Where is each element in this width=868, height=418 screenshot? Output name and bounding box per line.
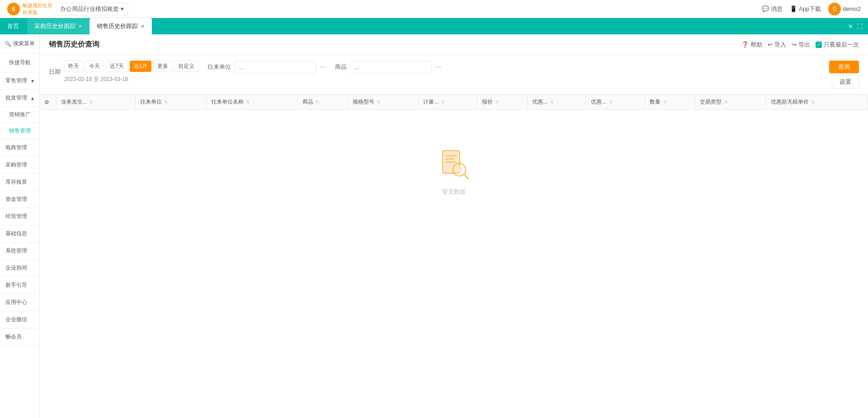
tab-home[interactable]: 首页 bbox=[0, 18, 26, 34]
tab-purchase-label: 采购历史价跟踪 bbox=[34, 22, 75, 30]
empty-text: 暂无数据 bbox=[442, 188, 466, 196]
empty-state: 暂无数据 bbox=[40, 110, 868, 232]
filter-right: 查询 设置 bbox=[829, 61, 859, 89]
page-header: 销售历史价查询 ❓ 帮助 ↩ 导入 ↪ 导出 ✓ 只看最后一次 bbox=[40, 34, 868, 55]
sidebar-item-wechat[interactable]: 企业微信 bbox=[0, 311, 39, 328]
svg-rect-1 bbox=[445, 155, 457, 157]
sidebar-item-capital[interactable]: 资金管理 bbox=[0, 191, 39, 208]
tab-home-label: 首页 bbox=[7, 22, 19, 30]
page-header-actions: ❓ 帮助 ↩ 导入 ↪ 导出 ✓ 只看最后一次 bbox=[741, 41, 859, 54]
content: 销售历史价查询 ❓ 帮助 ↩ 导入 ↪ 导出 ✓ 只看最后一次 bbox=[40, 34, 868, 418]
sort-icon: ⇅ bbox=[377, 100, 380, 104]
download-btn[interactable]: 📱 App下载 bbox=[790, 5, 821, 13]
tab-sales-history[interactable]: 销售历史价跟踪 ✕ bbox=[90, 18, 152, 34]
logo-area: 6 畅捷通好生意 标准版 bbox=[7, 2, 52, 15]
date-btn-today[interactable]: 今天 bbox=[85, 61, 104, 72]
sidebar-item-marketing[interactable]: 营销推广 bbox=[0, 107, 39, 123]
close-icon[interactable]: ✕ bbox=[78, 24, 82, 29]
export-btn[interactable]: ↪ 导出 bbox=[792, 41, 810, 49]
sidebar-item-basic-info[interactable]: 基础信息 bbox=[0, 225, 39, 242]
search-icon: 🔍 bbox=[5, 41, 11, 47]
sidebar-item-enterprise[interactable]: 企业协同 bbox=[0, 260, 39, 277]
table-col-partner-name[interactable]: 往来单位名称 ⇅ bbox=[206, 95, 297, 110]
avatar: D bbox=[828, 3, 841, 15]
table-col-price[interactable]: 报价 ⇅ bbox=[477, 95, 528, 110]
date-btn-7days[interactable]: 近7天 bbox=[106, 61, 128, 72]
sidebar-item-operations[interactable]: 经营管理 bbox=[0, 208, 39, 225]
table-col-partner-code[interactable]: 往来单位 ⇅ bbox=[136, 95, 207, 110]
table-col-goods[interactable]: 商品 ⇅ bbox=[297, 95, 348, 110]
message-btn[interactable]: 💬 消息 bbox=[762, 5, 783, 13]
date-btn-1month[interactable]: 近1月 bbox=[130, 61, 152, 72]
partner-filter-group: 往来单位 ··· bbox=[208, 61, 326, 73]
sidebar-item-member[interactable]: 畅会员 bbox=[0, 328, 39, 346]
table-col-discount2[interactable]: 优惠... ⇅ bbox=[586, 95, 645, 110]
date-filter-group: 日期 昨天 今天 近7天 近1月 更多 自定义 2023-02-18 至 202… bbox=[49, 61, 198, 83]
date-range-text: 2023-02-18 至 2023-03-18 bbox=[64, 76, 198, 83]
sidebar-item-shortcut[interactable]: 快捷导航 bbox=[0, 53, 39, 72]
chevron-up-icon: ▴ bbox=[31, 95, 34, 101]
sort-icon: ⇅ bbox=[246, 100, 250, 104]
table-col-discount1[interactable]: 优惠... ⇅ bbox=[528, 95, 586, 110]
sort-icon: ⇅ bbox=[495, 100, 499, 104]
help-btn[interactable]: ❓ 帮助 bbox=[741, 41, 762, 49]
top-bar-right: 💬 消息 📱 App下载 D demo2 bbox=[762, 3, 861, 15]
sidebar-item-sales-mgmt[interactable]: 销售管理 bbox=[0, 123, 39, 139]
logo-icon: 6 bbox=[7, 3, 20, 15]
date-btn-more[interactable]: 更多 bbox=[153, 61, 172, 72]
sort-icon: ⇅ bbox=[441, 100, 445, 104]
help-icon: ❓ bbox=[741, 41, 749, 48]
export-icon: ↪ bbox=[792, 41, 797, 48]
sort-icon: ⇅ bbox=[164, 100, 168, 104]
tab-purchase-history[interactable]: 采购历史价跟踪 ✕ bbox=[27, 18, 90, 34]
tab-bar: 首页 采购历史价跟踪 ✕ 销售历史价跟踪 ✕ ✕ ⛶ bbox=[0, 18, 868, 34]
sort-icon: ⇅ bbox=[663, 100, 667, 104]
sort-icon: ⇅ bbox=[811, 100, 815, 104]
only-last-checkbox[interactable]: ✓ 只看最后一次 bbox=[816, 41, 859, 49]
empty-illustration bbox=[436, 146, 472, 182]
goods-input[interactable] bbox=[350, 61, 432, 73]
svg-rect-3 bbox=[445, 162, 456, 163]
import-btn[interactable]: ↩ 导入 bbox=[768, 41, 786, 49]
sidebar-item-purchase[interactable]: 采购管理 bbox=[0, 157, 39, 174]
table-col-unit[interactable]: 计量... ⇅ bbox=[419, 95, 477, 110]
partner-input[interactable] bbox=[235, 61, 316, 73]
sort-icon: ⇅ bbox=[550, 100, 554, 104]
user-avatar[interactable]: D demo2 bbox=[828, 3, 861, 15]
sidebar-item-system[interactable]: 系统管理 bbox=[0, 242, 39, 260]
settings-button[interactable]: 设置 bbox=[832, 75, 859, 89]
sidebar-item-app-center[interactable]: 应用中心 bbox=[0, 294, 39, 311]
table-col-qty[interactable]: 数量 ⇅ bbox=[645, 95, 695, 110]
chevron-down-icon: ▾ bbox=[121, 5, 124, 12]
table-col-trade-type[interactable]: 交易类型 ⇅ bbox=[695, 95, 766, 110]
partner-dots-icon[interactable]: ··· bbox=[320, 63, 326, 71]
goods-dots-icon[interactable]: ··· bbox=[435, 63, 441, 71]
sidebar-item-guide[interactable]: 新手引导 bbox=[0, 277, 39, 294]
tab-fullscreen-icon[interactable]: ⛶ bbox=[857, 23, 863, 30]
date-buttons: 昨天 今天 近7天 近1月 更多 自定义 bbox=[64, 61, 198, 72]
sidebar-item-wholesale[interactable]: 批发管理 ▴ bbox=[0, 90, 39, 107]
download-icon: 📱 bbox=[790, 5, 797, 12]
sort-icon: ⇅ bbox=[724, 100, 728, 104]
table-col-pre-tax-price[interactable]: 优惠前无税单价 ⇅ bbox=[766, 95, 868, 110]
close-icon[interactable]: ✕ bbox=[141, 24, 145, 29]
table-col-settings[interactable]: ⚙ bbox=[40, 95, 56, 110]
sidebar-item-retail[interactable]: 零售管理 ▾ bbox=[0, 72, 39, 90]
query-button[interactable]: 查询 bbox=[829, 61, 859, 73]
date-btn-yesterday[interactable]: 昨天 bbox=[64, 61, 83, 72]
app-selector[interactable]: 办公用品行业模拟账套 ▾ bbox=[56, 3, 128, 15]
sort-icon: ⇅ bbox=[609, 100, 613, 104]
date-btn-custom[interactable]: 自定义 bbox=[174, 61, 198, 72]
sidebar-item-inventory[interactable]: 库存核算 bbox=[0, 174, 39, 191]
sidebar-item-search[interactable]: 🔍 搜索菜单 bbox=[0, 34, 39, 53]
gear-icon[interactable]: ⚙ bbox=[44, 99, 49, 105]
tab-close-all-icon[interactable]: ✕ bbox=[848, 23, 853, 30]
goods-filter-group: 商品 ··· bbox=[335, 61, 441, 73]
message-icon: 💬 bbox=[762, 5, 769, 12]
table-container: ⚙ 业务发生... ⇅ 往来单位 ⇅ 往来单位名称 ⇅ bbox=[40, 95, 868, 418]
table-col-biz-date[interactable]: 业务发生... ⇅ bbox=[56, 95, 136, 110]
main-layout: 🔍 搜索菜单 快捷导航 零售管理 ▾ 批发管理 ▴ 营销推广 销售管理 电商管理… bbox=[0, 34, 868, 418]
sidebar-item-ecommerce[interactable]: 电商管理 bbox=[0, 139, 39, 157]
filter-bar: 日期 昨天 今天 近7天 近1月 更多 自定义 2023-02-18 至 202… bbox=[40, 55, 868, 95]
table-col-spec[interactable]: 规格型号 ⇅ bbox=[348, 95, 419, 110]
